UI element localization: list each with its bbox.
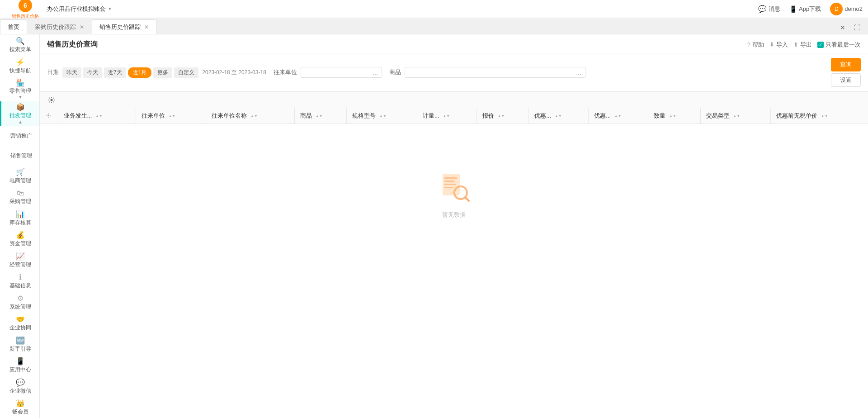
tab-sales-close[interactable]: ✕ (144, 24, 149, 30)
sort-arrows-icon: ▲▼ (614, 114, 622, 118)
app-download-button[interactable]: 📱 App下载 (789, 5, 821, 13)
sort-arrows-icon: ▲▼ (443, 114, 450, 118)
tab-purchase-close[interactable]: ✕ (80, 24, 84, 30)
partner-filter-group: 往来单位 ... (274, 67, 382, 78)
tab-sales-history[interactable]: 销售历史价跟踪 ✕ (92, 19, 156, 34)
search-icon: 🔍 (16, 37, 25, 45)
sort-arrows-icon: ▲▼ (669, 114, 676, 118)
product-input[interactable]: ... (405, 67, 585, 78)
table-header-price[interactable]: 报价 ▲▼ (477, 108, 529, 124)
header-right: 💬 消息 📱 App下载 D demo2 (758, 3, 863, 15)
sidebar-item-ecommerce[interactable]: 🛒 电商管理 (0, 166, 39, 187)
sidebar-item-operations[interactable]: 📈 经营管理 (0, 250, 39, 271)
table-header-row: 业务发生... ▲▼ 往来单位 ▲▼ 往来单位名称 ▲▼ (40, 108, 868, 124)
table-header-product[interactable]: 商品 ▲▼ (295, 108, 347, 124)
sidebar-item-sales-mgmt[interactable]: 销售管理 (0, 146, 39, 166)
sidebar-item-basic-info[interactable]: ℹ 基础信息 (0, 271, 39, 292)
col-unit-label: 计量... (423, 112, 439, 119)
col-discount1-label: 优惠... (534, 112, 551, 119)
sidebar-item-guide[interactable]: 🆕 新手引导 (0, 334, 39, 355)
sidebar-item-retail[interactable]: 🏪 零售管理 ▼ (0, 76, 39, 101)
table-header-pretax-price[interactable]: 优惠前无税单价 ▲▼ (771, 108, 868, 124)
date-custom-btn[interactable]: 自定义 (174, 67, 198, 78)
enterprise-icon: 🤝 (16, 315, 25, 323)
help-button[interactable]: ? 帮助 (747, 41, 764, 49)
sidebar-purchase-label: 采购管理 (9, 198, 31, 205)
sidebar-item-search[interactable]: 🔍 搜索菜单 (0, 34, 39, 56)
table-header-partner[interactable]: 往来单位 ▲▼ (136, 108, 206, 124)
sidebar-inventory-label: 库存核算 (9, 219, 31, 227)
tab-purchase-history[interactable]: 采购历史价跟踪 ✕ (27, 19, 92, 34)
svg-rect-5 (444, 177, 457, 179)
date-1month-btn[interactable]: 近1月 (128, 67, 152, 78)
close-window-button[interactable]: ✕ (837, 22, 848, 33)
top-header: 6 销售历史价格 办公用品行业模拟账套 ▼ 💬 消息 📱 App下载 D dem… (0, 0, 868, 18)
username-label: demo2 (844, 5, 863, 12)
date-7days-btn[interactable]: 近7天 (104, 67, 126, 78)
sidebar-item-finance[interactable]: 💰 资金管理 (0, 228, 39, 250)
sidebar-item-member[interactable]: 👑 畅会员 (0, 397, 39, 418)
fullscreen-button[interactable]: ⛶ (852, 22, 863, 33)
inventory-icon: 📊 (16, 210, 25, 218)
col-price-label: 报价 (482, 112, 494, 119)
wholesale-sub-section: 营销推广 销售管理 (0, 126, 39, 166)
app-dropdown[interactable]: 办公用品行业模拟账套 ▼ (47, 5, 112, 13)
sidebar-operations-label: 经营管理 (9, 261, 31, 269)
table-header-spec[interactable]: 规格型号 ▲▼ (347, 108, 417, 124)
help-label: 帮助 (752, 41, 764, 49)
table-header-discount2[interactable]: 优惠... ▲▼ (589, 108, 648, 124)
ecommerce-icon: 🛒 (16, 168, 25, 176)
sidebar-item-app-center[interactable]: 📱 应用中心 (0, 355, 39, 376)
sidebar-item-marketing[interactable]: 营销推广 (0, 126, 39, 146)
only-last-label: 只看最后一次 (826, 41, 861, 49)
sidebar-item-system[interactable]: ⚙ 系统管理 (0, 292, 39, 313)
date-yesterday-btn[interactable]: 昨天 (62, 67, 81, 78)
only-last-checkbox[interactable]: ✓ 只看最后一次 (817, 41, 861, 49)
table-header-unit[interactable]: 计量... ▲▼ (417, 108, 476, 124)
table-settings-icon[interactable] (45, 94, 58, 106)
purchase-icon: 🛍 (17, 189, 24, 197)
import-label: 导入 (776, 41, 788, 49)
phone-icon: 📱 (789, 5, 797, 13)
sort-arrows-icon: ▲▼ (498, 114, 505, 118)
page-content: 销售历史价查询 ? 帮助 ⬇ 导入 ⬆ 导出 ✓ (40, 34, 868, 418)
sidebar-item-purchase[interactable]: 🛍 采购管理 (0, 187, 39, 208)
col-pretax-price-label: 优惠前无税单价 (776, 112, 817, 119)
partner-input[interactable]: ... (301, 67, 382, 78)
tab-home[interactable]: 首页 (0, 19, 27, 34)
sidebar-item-shortcut[interactable]: ⚡ 快捷导航 (0, 56, 39, 77)
table-header-business-date[interactable]: 业务发生... ▲▼ (58, 108, 136, 124)
basic-info-icon: ℹ (19, 273, 22, 281)
date-options: 昨天 今天 近7天 近1月 更多 自定义 (62, 67, 198, 78)
sidebar-item-wholesale[interactable]: 📦 批发管理 ▲ (0, 101, 39, 126)
date-today-btn[interactable]: 今天 (83, 67, 102, 78)
settings-button[interactable]: 设置 (831, 73, 861, 87)
checkbox-icon: ✓ (817, 42, 824, 48)
sidebar-guide-label: 新手引导 (9, 346, 31, 353)
table-header-partner-name[interactable]: 往来单位名称 ▲▼ (206, 108, 295, 124)
chat-button[interactable]: 💬 消息 (758, 5, 780, 13)
empty-state-icon (436, 169, 472, 205)
sidebar-finance-label: 资金管理 (9, 240, 31, 247)
sidebar-item-wechat[interactable]: 💬 企业微信 (0, 376, 39, 397)
sidebar-retail-label: 零售管理 (9, 88, 31, 95)
table-header-trade-type[interactable]: 交易类型 ▲▼ (700, 108, 771, 124)
query-button[interactable]: 查询 (831, 58, 861, 71)
sort-arrows-icon: ▲▼ (379, 114, 387, 118)
import-icon: ⬇ (769, 41, 774, 48)
date-more-btn[interactable]: 更多 (153, 67, 172, 78)
col-business-date-label: 业务发生... (64, 112, 92, 119)
svg-rect-7 (444, 184, 456, 185)
sort-arrows-icon: ▲▼ (555, 114, 562, 118)
user-menu[interactable]: D demo2 (830, 3, 863, 15)
sidebar-item-inventory[interactable]: 📊 库存核算 (0, 208, 39, 229)
retail-arrow-icon: ▼ (18, 95, 23, 100)
finance-icon: 💰 (16, 231, 25, 239)
import-button[interactable]: ⬇ 导入 (769, 41, 788, 49)
sidebar-item-enterprise[interactable]: 🤝 企业协同 (0, 313, 39, 334)
table-header-discount1[interactable]: 优惠... ▲▼ (529, 108, 589, 124)
sort-arrows-icon: ▲▼ (168, 114, 175, 118)
export-button[interactable]: ⬆ 导出 (793, 41, 812, 49)
table-header-qty[interactable]: 数量 ▲▼ (648, 108, 700, 124)
data-table: 业务发生... ▲▼ 往来单位 ▲▼ 往来单位名称 ▲▼ (40, 108, 868, 124)
